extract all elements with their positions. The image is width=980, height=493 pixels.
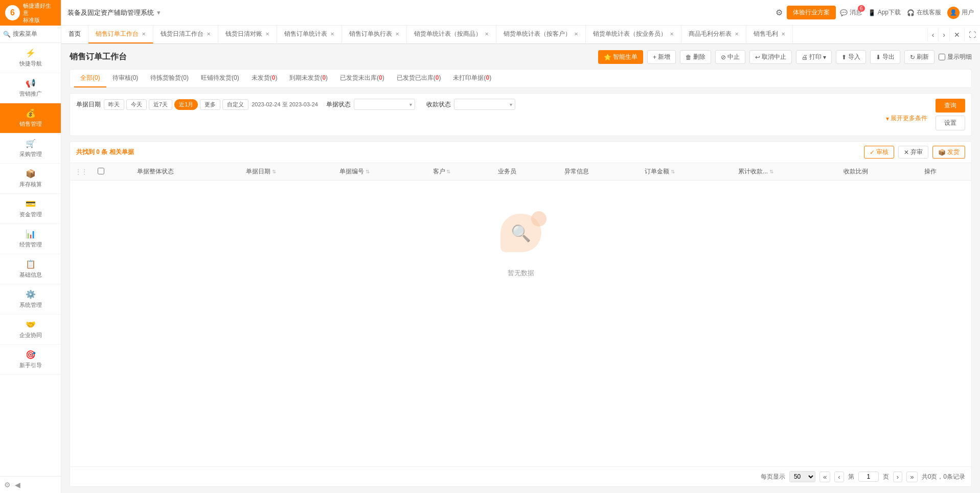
- sub-tab-expired-not-shipped[interactable]: 到期未发货(0): [283, 70, 334, 87]
- collapse-icon[interactable]: ◀: [15, 481, 20, 489]
- ship-btn[interactable]: 📦 发货: [932, 146, 965, 159]
- tab-close-all-btn[interactable]: ✕: [949, 28, 964, 42]
- tab-close-icon[interactable]: ✕: [142, 31, 146, 37]
- sidebar-item-sales[interactable]: 💰销售管理: [0, 103, 61, 133]
- payment-select[interactable]: [454, 99, 515, 110]
- page-input[interactable]: [858, 472, 879, 482]
- tab-goods-stat-customer[interactable]: 销货单统计表（按客户）✕: [496, 26, 586, 43]
- sidebar-item-finance[interactable]: 💳资金管理: [0, 194, 61, 224]
- tab-label: 商品毛利分析表: [689, 30, 732, 38]
- tab-close-icon[interactable]: ✕: [395, 31, 399, 37]
- experience-btn[interactable]: 体验行业方案: [787, 6, 836, 19]
- sidebar-item-system[interactable]: ⚙️系统管理: [0, 284, 61, 315]
- th-amount[interactable]: 订单金额: [640, 163, 733, 181]
- tab-cash-reconcile[interactable]: 钱货日清对账✕: [218, 26, 277, 43]
- print-dropdown-icon: ▾: [823, 54, 826, 61]
- sidebar-item-collab[interactable]: 🤝企业协同: [0, 315, 61, 345]
- smart-create-btn[interactable]: ⭐ 智能生单: [598, 50, 643, 64]
- tab-sales-profit[interactable]: 销售毛利✕: [746, 26, 793, 43]
- tab-next-btn[interactable]: ›: [938, 28, 949, 42]
- sub-tab-not-printed[interactable]: 未打印单据(0): [447, 70, 497, 87]
- sub-tab-pending-inspect[interactable]: 待拣货验货(0): [144, 70, 195, 87]
- tab-close-icon[interactable]: ✕: [265, 31, 269, 37]
- revoke-btn[interactable]: ✕ 弃审: [898, 146, 928, 159]
- tab-home[interactable]: 首页: [61, 26, 88, 43]
- tab-close-icon[interactable]: ✕: [670, 31, 674, 37]
- sidebar-search[interactable]: 🔍 搜索菜单: [0, 26, 61, 43]
- user-menu[interactable]: 👤 用户: [947, 7, 974, 19]
- show-detail-checkbox[interactable]: [939, 54, 945, 60]
- delete-btn[interactable]: 🗑 删除: [680, 50, 711, 64]
- sub-tab-shipped-out[interactable]: 已发货已出库(0): [391, 70, 447, 87]
- date-btn-7days[interactable]: 近7天: [149, 99, 172, 110]
- app-download-btn[interactable]: 📱 App下载: [868, 8, 901, 17]
- tab-close-icon[interactable]: ✕: [735, 31, 739, 37]
- sub-tab-pending-review[interactable]: 待审核(0): [106, 70, 145, 87]
- tab-sales-stat[interactable]: 销售订单统计表✕: [277, 26, 342, 43]
- suspend-btn[interactable]: ⊘ 中止: [715, 50, 745, 64]
- quick-nav-icon: ⚡: [26, 48, 36, 58]
- th-drag: ⋮⋮: [70, 163, 93, 181]
- last-page-btn[interactable]: »: [906, 472, 917, 482]
- tab-goods-stat-product[interactable]: 销货单统计表（按商品）✕: [407, 26, 496, 43]
- review-btn[interactable]: ✓ 审核: [864, 146, 894, 159]
- date-btn-custom[interactable]: 自定义: [222, 99, 248, 110]
- sidebar-item-inventory[interactable]: 📦库存核算: [0, 164, 61, 194]
- refresh-btn[interactable]: ↻ 刷新: [904, 50, 935, 64]
- message-btn[interactable]: 💬 消息 6: [840, 8, 862, 17]
- tab-cash-daily[interactable]: 钱货日清工作台✕: [153, 26, 218, 43]
- settings-btn[interactable]: 设置: [936, 116, 965, 130]
- date-btn-more[interactable]: 更多: [200, 99, 220, 110]
- show-detail-label[interactable]: 显示明细: [939, 53, 972, 61]
- date-btn-yesterday[interactable]: 昨天: [104, 99, 124, 110]
- th-customer[interactable]: 客户: [428, 163, 493, 181]
- tab-goods-margin[interactable]: 商品毛利分析表✕: [681, 26, 746, 43]
- date-btn-1month[interactable]: 近1月: [174, 99, 198, 110]
- sidebar-item-label: 企业协同: [19, 331, 42, 339]
- th-number[interactable]: 单据编号: [334, 163, 428, 181]
- sub-tab-shipped-not-out[interactable]: 已发货未出库(0): [334, 70, 391, 87]
- sub-tab-all[interactable]: 全部(0): [74, 70, 106, 87]
- sidebar-item-basic-info[interactable]: 📋基础信息: [0, 254, 61, 284]
- query-btn[interactable]: 查询: [936, 99, 965, 113]
- tab-prev-btn[interactable]: ‹: [927, 28, 939, 42]
- tab-goods-stat-staff[interactable]: 销货单统计表（按业务员）✕: [586, 26, 681, 43]
- tab-fullscreen-btn[interactable]: ⛶: [964, 28, 980, 42]
- sidebar-item-quick-nav[interactable]: ⚡快捷导航: [0, 43, 61, 73]
- settings-icon[interactable]: ⚙: [4, 481, 11, 489]
- tab-close-icon[interactable]: ✕: [781, 31, 785, 37]
- count-suffix: 相关单据: [109, 148, 134, 155]
- sidebar-item-guide[interactable]: 🎯新手引导: [0, 345, 61, 375]
- prev-page-btn[interactable]: ‹: [834, 472, 844, 482]
- sidebar-item-marketing[interactable]: 📢营销推广: [0, 73, 61, 103]
- tab-close-icon[interactable]: ✕: [207, 31, 211, 37]
- next-page-btn[interactable]: ›: [893, 472, 902, 482]
- th-date[interactable]: 单据日期: [241, 163, 334, 181]
- export-btn[interactable]: ⬇ 导出: [870, 50, 900, 64]
- sidebar-item-purchase[interactable]: 🛒采购管理: [0, 133, 61, 164]
- cancel-suspend-btn[interactable]: ↩ 取消中止: [749, 50, 792, 64]
- sub-tab-wangpu-pending[interactable]: 旺铺待发货(0): [195, 70, 245, 87]
- select-all-checkbox[interactable]: [98, 168, 104, 174]
- import-btn[interactable]: ⬆ 导入: [836, 50, 866, 64]
- first-page-btn[interactable]: «: [819, 472, 830, 482]
- add-btn[interactable]: + 新增: [647, 50, 676, 64]
- tab-close-icon[interactable]: ✕: [485, 31, 489, 37]
- topbar-settings-icon[interactable]: ⚙: [776, 8, 783, 17]
- page-suffix: 页: [883, 473, 889, 481]
- tab-close-icon[interactable]: ✕: [574, 31, 578, 37]
- sidebar-bottom: ⚙ ◀: [0, 476, 61, 493]
- online-service-btn[interactable]: 🎧 在线客服: [907, 8, 941, 17]
- th-select-all[interactable]: [93, 163, 132, 181]
- tab-sales-exec[interactable]: 销售订单执行表✕: [342, 26, 407, 43]
- sub-tab-not-shipped[interactable]: 未发货(0): [245, 70, 284, 87]
- print-btn[interactable]: 🖨 打印 ▾: [796, 50, 832, 64]
- th-collected[interactable]: 累计收款...: [733, 163, 838, 181]
- date-btn-today[interactable]: 今天: [126, 99, 147, 110]
- page-size-select[interactable]: 50 10 20 100: [789, 471, 815, 482]
- tab-close-icon[interactable]: ✕: [330, 31, 334, 37]
- sidebar-item-operation[interactable]: 📊经营管理: [0, 224, 61, 254]
- status-select[interactable]: [354, 99, 415, 110]
- expand-btn[interactable]: ▾ 展开更多条件: [886, 114, 927, 123]
- tab-sales-order[interactable]: 销售订单工作台✕: [88, 26, 153, 43]
